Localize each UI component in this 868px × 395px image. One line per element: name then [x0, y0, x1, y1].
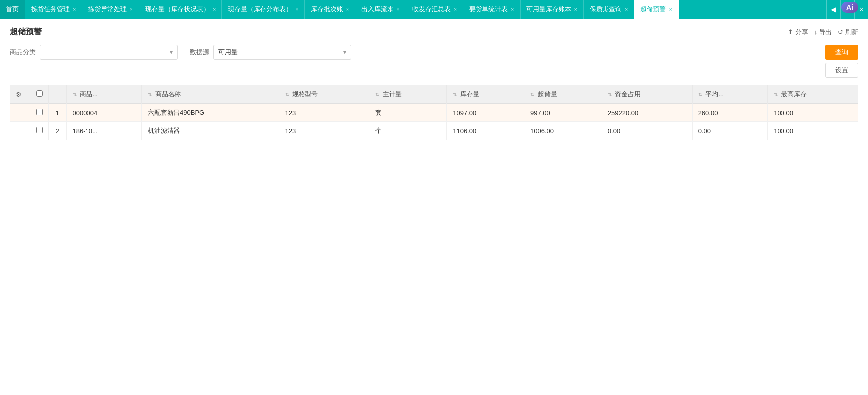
nav-arrow-left[interactable]: ◀	[826, 0, 840, 19]
nav-order-stats[interactable]: 要货单统计表 ×	[463, 0, 520, 19]
chevron-down-icon: ▾	[170, 49, 173, 56]
table-row: 1 0000004 六配套新昌490BPG 123 套 1097.00 997.…	[10, 104, 858, 122]
settings-icon: ⚙	[16, 91, 22, 98]
row2-overstock: 1006.00	[524, 122, 602, 140]
col-checkbox[interactable]	[30, 85, 48, 104]
table-header-row: ⚙ ⇅ 商品... ⇅ 商品名称 ⇅ 规格型号	[10, 85, 858, 104]
col-spec[interactable]: ⇅ 规格型号	[279, 85, 369, 104]
nav-inventory-status[interactable]: 现存量（库存状况表） ×	[139, 0, 222, 19]
row1-checkbox[interactable]	[30, 104, 48, 122]
nav-home[interactable]: 首页	[0, 0, 25, 19]
row2-checkbox[interactable]	[30, 122, 48, 140]
nav-inventory-dist[interactable]: 现存量（库存分布表） ×	[222, 0, 304, 19]
datasource-select[interactable]: 可用量 ▾	[213, 45, 351, 60]
category-label: 商品分类	[10, 48, 36, 57]
row2-max-inventory: 100.00	[768, 122, 858, 140]
datasource-filter-group: 数据源 可用量 ▾	[190, 45, 351, 60]
row1-goods-code: 0000004	[66, 104, 142, 122]
share-icon: ⬆	[788, 28, 793, 36]
sort-icon8: ⇅	[698, 92, 702, 97]
ai-badge: Ai	[841, 2, 858, 13]
filters-inner: 商品分类 ▾ 数据源 可用量 ▾	[10, 45, 816, 60]
col-row-num	[48, 85, 66, 104]
row2-avg: 0.00	[692, 122, 768, 140]
close-inventory-dist[interactable]: ×	[295, 6, 298, 12]
sort-icon6: ⇅	[530, 92, 534, 97]
nav-abnormal[interactable]: 拣货异常处理 ×	[82, 0, 139, 19]
col-inventory[interactable]: ⇅ 库存量	[447, 85, 524, 104]
export-icon: ↓	[814, 28, 818, 36]
close-avail-account[interactable]: ×	[574, 6, 577, 12]
row1-goods-name: 六配套新昌490BPG	[142, 104, 279, 122]
query-button[interactable]: 查询	[825, 45, 858, 60]
row2-capital-occupied: 0.00	[602, 122, 692, 140]
row1-spec: 123	[279, 104, 369, 122]
row2-settings	[10, 122, 30, 140]
datasource-select-value: 可用量	[218, 48, 238, 57]
sort-icon4: ⇅	[375, 92, 379, 97]
row1-inventory: 1097.00	[447, 104, 524, 122]
row1-avg: 260.00	[692, 104, 768, 122]
row1-capital-occupied: 259220.00	[602, 104, 692, 122]
export-button[interactable]: ↓ 导出	[814, 28, 832, 37]
row1-unit: 套	[369, 104, 447, 122]
row1-max-inventory: 100.00	[768, 104, 858, 122]
category-filter-group: 商品分类 ▾	[10, 45, 178, 60]
col-overstock[interactable]: ⇅ 超储量	[524, 85, 602, 104]
nav-task-mgmt[interactable]: 拣货任务管理 ×	[25, 0, 82, 19]
page-title: 超储预警	[10, 27, 42, 37]
row1-overstock: 997.00	[524, 104, 602, 122]
refresh-button[interactable]: ↺ 刷新	[838, 28, 858, 37]
select-all-checkbox[interactable]	[36, 90, 43, 97]
close-order-stats[interactable]: ×	[511, 6, 514, 12]
nav-avail-account[interactable]: 可用量库存账本 ×	[521, 0, 584, 19]
nav-quality-check[interactable]: 保质期查询 ×	[584, 0, 634, 19]
close-receipt-summary[interactable]: ×	[454, 6, 457, 12]
page-content: 超储预警 ⬆ 分享 ↓ 导出 ↺ 刷新 商品分类	[0, 19, 868, 395]
close-quality-check[interactable]: ×	[625, 6, 628, 12]
sort-icon2: ⇅	[148, 92, 152, 97]
row1-check[interactable]	[36, 109, 43, 115]
nav-inout-flow[interactable]: 出入库流水 ×	[355, 0, 406, 19]
close-inventory-status[interactable]: ×	[213, 6, 216, 12]
col-avg[interactable]: ⇅ 平均...	[692, 85, 768, 104]
data-table: ⚙ ⇅ 商品... ⇅ 商品名称 ⇅ 规格型号	[10, 85, 858, 140]
row2-spec: 123	[279, 122, 369, 140]
close-abnormal[interactable]: ×	[130, 6, 132, 12]
category-select[interactable]: ▾	[40, 45, 178, 60]
row2-check[interactable]	[36, 127, 43, 133]
nav-batch-account[interactable]: 库存批次账 ×	[305, 0, 355, 19]
nav-overstock-warning[interactable]: 超储预警 ×	[634, 0, 678, 19]
col-unit[interactable]: ⇅ 主计量	[369, 85, 447, 104]
row1-num: 1	[48, 104, 66, 122]
col-goods-code[interactable]: ⇅ 商品...	[66, 85, 142, 104]
page-actions: ⬆ 分享 ↓ 导出 ↺ 刷新	[788, 28, 859, 37]
row1-settings	[10, 104, 30, 122]
sort-icon: ⇅	[73, 92, 77, 97]
sort-icon5: ⇅	[453, 92, 457, 97]
sort-icon7: ⇅	[608, 92, 612, 97]
settings-button[interactable]: 设置	[825, 63, 858, 78]
row2-num: 2	[48, 122, 66, 140]
close-task-mgmt[interactable]: ×	[73, 6, 76, 12]
share-button[interactable]: ⬆ 分享	[788, 28, 808, 37]
page-header: 超储预警 ⬆ 分享 ↓ 导出 ↺ 刷新	[10, 27, 858, 37]
col-max-inventory[interactable]: ⇅ 最高库存	[768, 85, 858, 104]
col-capital-occupied[interactable]: ⇅ 资金占用	[602, 85, 692, 104]
row2-goods-name: 机油滤清器	[142, 122, 279, 140]
refresh-icon: ↺	[838, 28, 843, 36]
close-overstock-warning[interactable]: ×	[669, 6, 672, 12]
close-inout-flow[interactable]: ×	[396, 6, 399, 12]
row2-unit: 个	[369, 122, 447, 140]
col-goods-name[interactable]: ⇅ 商品名称	[142, 85, 279, 104]
sort-icon9: ⇅	[774, 92, 778, 97]
close-batch-account[interactable]: ×	[346, 6, 349, 12]
chevron-down-icon2: ▾	[343, 49, 346, 56]
top-nav: 首页 拣货任务管理 × 拣货异常处理 × 现存量（库存状况表） × 现存量（库存…	[0, 0, 868, 19]
filter-row: 商品分类 ▾ 数据源 可用量 ▾	[10, 45, 816, 60]
datasource-label: 数据源	[190, 48, 209, 57]
row2-goods-code: 186-10...	[66, 122, 142, 140]
col-settings[interactable]: ⚙	[10, 85, 30, 104]
nav-receipt-summary[interactable]: 收发存汇总表 ×	[406, 0, 463, 19]
filter-buttons: 查询 设置	[825, 45, 858, 78]
